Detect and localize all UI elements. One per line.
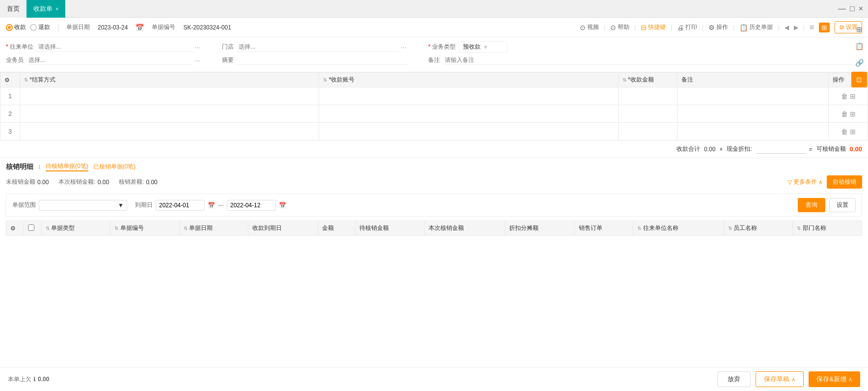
unchecked-label: 未核销金额: [6, 178, 35, 186]
cell-settlement-2[interactable]: [20, 105, 319, 123]
partner-input[interactable]: [36, 42, 192, 52]
biz-type-field: 业务类型 预收款 ▼: [428, 41, 862, 53]
salesperson-more-btn[interactable]: ···: [192, 56, 202, 64]
table-row: 3 🗑 ⊞: [0, 123, 868, 140]
close-icon[interactable]: ×: [859, 4, 863, 13]
print-icon: 🖨: [677, 24, 684, 31]
save-draft-chevron-icon: ∧: [791, 376, 795, 383]
date-value: 2023-03-24: [98, 24, 128, 31]
range-select[interactable]: ▼: [39, 200, 127, 211]
summary-input[interactable]: [237, 56, 408, 65]
date-from-input[interactable]: [156, 200, 205, 211]
divider-1: [58, 24, 58, 31]
sidebar-icon-expand[interactable]: ⊡: [851, 72, 867, 87]
shortcut-btn[interactable]: ⊟ 快捷键: [641, 23, 666, 31]
more-conditions-btn[interactable]: ▽ 更多条件 ∧: [787, 178, 823, 186]
filter-buttons: 查询 设置: [798, 198, 856, 212]
tab-receipt-label: 收款单: [33, 4, 53, 13]
grid-view-btn[interactable]: ⊞: [819, 23, 830, 32]
note-label: 备注: [428, 56, 440, 64]
copy-icon-2[interactable]: ⊞: [850, 110, 856, 118]
note-input[interactable]: [443, 56, 862, 65]
calendar-from-icon[interactable]: 📅: [208, 202, 215, 209]
table-row: 2 🗑 ⊞: [0, 105, 868, 123]
tab-receipt[interactable]: 收款单 ×: [27, 0, 65, 18]
print-btn[interactable]: 🖨 打印: [677, 23, 697, 31]
sidebar-icon-link[interactable]: 🔗: [851, 55, 867, 71]
operation-btn[interactable]: ⚙ 操作: [708, 23, 728, 31]
cell-action-1: 🗑 ⊞: [829, 87, 868, 105]
due-date-field: 到期日 📅 — 📅: [135, 200, 286, 211]
tab-done[interactable]: 已核销单据(0笔): [93, 163, 136, 171]
store-more-btn[interactable]: ···: [399, 43, 408, 51]
info-icon[interactable]: ℹ: [38, 164, 41, 170]
info-circle-icon[interactable]: ℹ: [33, 376, 36, 383]
bottom-bar: 本单上欠 ℹ 0.00 放弃 保存草稿 ∧ 保存&新增 ∧: [0, 367, 868, 391]
biz-type-value: 预收款: [463, 43, 481, 51]
salesperson-input[interactable]: [27, 56, 192, 65]
recon-col-number: ⇅ 单据编号: [110, 221, 179, 236]
sort-icon-3: ⇅: [623, 77, 626, 83]
save-new-btn[interactable]: 保存&新增 ∧: [809, 371, 860, 387]
save-draft-btn[interactable]: 保存草稿 ∧: [756, 371, 804, 387]
delete-icon-1[interactable]: 🗑: [841, 92, 848, 100]
filter-settings-btn[interactable]: 设置: [829, 198, 856, 212]
sidebar-icon-table[interactable]: ⊞: [851, 22, 867, 37]
row-num-1: 1: [0, 87, 20, 105]
radio-receipt[interactable]: 收款: [6, 23, 26, 31]
calendar-icon[interactable]: 📅: [136, 24, 144, 31]
partner-more-btn[interactable]: ···: [192, 43, 202, 51]
table-settings-icon[interactable]: ⚙: [4, 77, 10, 84]
cell-note-1[interactable]: [677, 87, 828, 105]
recon-header: 核销明细 ℹ 待核销单据(0笔) 已核销单据(0笔): [6, 162, 862, 171]
recon-col-pending: 待核销金额: [355, 221, 425, 236]
date-to-input[interactable]: [227, 200, 276, 211]
sidebar-icon-doc[interactable]: 📋: [851, 38, 867, 54]
cell-amount-2[interactable]: [618, 105, 677, 123]
cell-note-3[interactable]: [677, 123, 828, 140]
nav-left-btn[interactable]: ◀: [785, 24, 789, 31]
list-view-btn[interactable]: ≡: [810, 23, 814, 32]
discount-input[interactable]: [756, 144, 805, 154]
cell-settlement-3[interactable]: [20, 123, 319, 140]
cell-note-2[interactable]: [677, 105, 828, 123]
current-value: 0.00: [98, 179, 109, 186]
select-all-checkbox[interactable]: [28, 224, 34, 231]
receipt-table: ⚙ ⇅ *结算方式 ⇅ *收款账号 ⇅ *收款金额 备注: [0, 72, 868, 140]
discard-btn[interactable]: 放弃: [717, 371, 751, 387]
cell-account-2[interactable]: [319, 105, 618, 123]
col-settlement: ⇅ *结算方式: [20, 73, 319, 87]
video-btn[interactable]: ⊙ 视频: [580, 23, 599, 31]
tab-pending[interactable]: 待核销单据(0笔): [46, 162, 88, 171]
help-icon: ⊙: [610, 24, 616, 31]
cell-settlement-1[interactable]: [20, 87, 319, 105]
cell-amount-1[interactable]: [618, 87, 677, 105]
radio-refund-dot: [30, 24, 37, 31]
cell-account-1[interactable]: [319, 87, 618, 105]
cell-account-3[interactable]: [319, 123, 618, 140]
maximize-icon[interactable]: □: [850, 4, 855, 13]
partner-field: 往来单位 ···: [6, 42, 202, 52]
help-btn[interactable]: ⊙ 帮助: [610, 23, 629, 31]
cell-amount-3[interactable]: [618, 123, 677, 140]
delete-icon-2[interactable]: 🗑: [841, 110, 848, 118]
tab-close-icon[interactable]: ×: [55, 6, 58, 12]
receipt-refund-toggle: 收款 退款: [6, 23, 50, 31]
minimize-icon[interactable]: —: [838, 4, 846, 13]
recon-settings-icon[interactable]: ⚙: [10, 225, 16, 232]
filter-icon: ▽: [787, 179, 792, 186]
biz-type-dropdown[interactable]: 预收款 ▼: [459, 41, 508, 53]
toolbar: 收款 退款 单据日期 2023-03-24 📅 单据编号 SK-20230324…: [0, 18, 868, 37]
radio-refund-label: 退款: [38, 23, 50, 31]
calendar-to-icon[interactable]: 📅: [279, 202, 286, 209]
auto-reconcile-btn[interactable]: 自动核销: [827, 175, 862, 189]
copy-icon-1[interactable]: ⊞: [850, 92, 856, 100]
nav-right-btn[interactable]: ▶: [794, 24, 798, 31]
radio-refund[interactable]: 退款: [30, 23, 50, 31]
tab-home[interactable]: 首页: [0, 0, 27, 18]
store-input[interactable]: [237, 42, 399, 52]
delete-icon-3[interactable]: 🗑: [841, 128, 848, 136]
history-btn[interactable]: 📋 历史单据: [739, 23, 773, 31]
copy-icon-3[interactable]: ⊞: [850, 128, 856, 136]
query-btn[interactable]: 查询: [798, 198, 825, 212]
